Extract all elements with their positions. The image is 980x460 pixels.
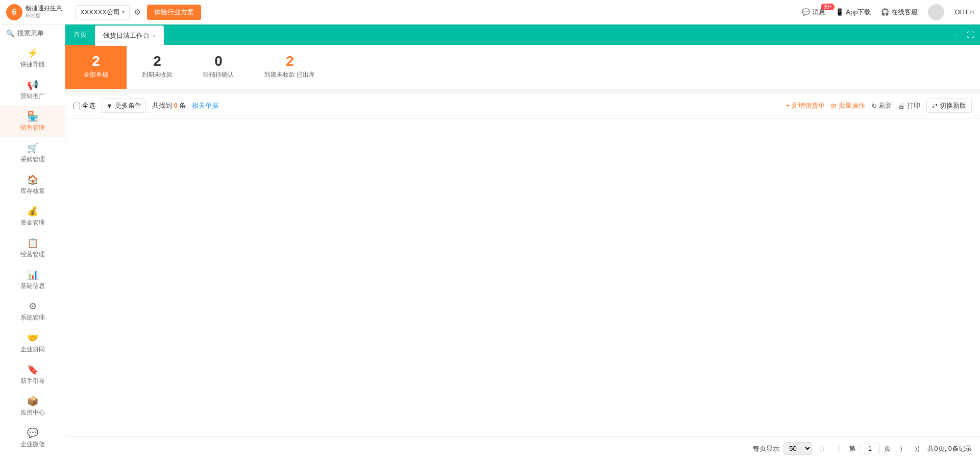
stat-number-all: 2 [92, 53, 100, 69]
tab-home[interactable]: 首页 [65, 25, 95, 45]
sidebar-item-basic-info[interactable]: 📊 基础信息 [0, 264, 65, 296]
sidebar-item-label: 资金管理 [20, 219, 45, 227]
sidebar-item-member[interactable]: V 畅会员 [0, 454, 65, 460]
related-link[interactable]: 相关单据 [192, 101, 218, 110]
batch-icon: ⊞ [831, 102, 837, 110]
page-size-select[interactable]: 50 10 20 100 [783, 442, 812, 455]
stat-card-overdue-shipped[interactable]: 2 到期未收款 已出库 [249, 45, 330, 89]
message-button[interactable]: 💬 消息 99+ [802, 8, 825, 17]
sidebar-item-label: 采购管理 [20, 155, 45, 164]
minimize-icon[interactable]: ─ [951, 29, 961, 41]
switch-label: 切换新版 [940, 101, 966, 110]
page-label: 页 [884, 444, 891, 453]
stat-label-overdue-shipped: 到期未收款 已出库 [264, 70, 315, 79]
toolbar: 全选 ▼ 更多条件 共找到 0 条 相关单据 + 新增销货单 [65, 93, 980, 118]
switch-version-button[interactable]: ⇄ 切换新版 [926, 99, 972, 113]
tab-controls: ─ ⛶ [951, 29, 980, 41]
batch-label: 批量操作 [839, 101, 865, 110]
sidebar-item-inventory[interactable]: 🏠 库存核算 [0, 169, 65, 201]
logo-sub: 标准版 [26, 12, 62, 19]
sidebar-item-label: 库存核算 [20, 187, 45, 196]
search-menu[interactable]: 🔍 搜索菜单 [0, 25, 65, 42]
refresh-label: 刷新 [879, 101, 892, 110]
guide-icon: 🔖 [27, 364, 38, 375]
pagination: 每页显示 50 10 20 100 ⟨⟨ ⟨ 第 页 ⟩ ⟩⟩ 共0页, 0条记… [65, 437, 980, 460]
app-download-button[interactable]: 📱 App下载 [836, 8, 871, 17]
stat-number-pending: 0 [214, 53, 223, 69]
sidebar-item-label: 应用中心 [20, 408, 45, 417]
checkbox-input[interactable] [74, 103, 80, 109]
main-content: 首页 钱货日清工作台 × ─ ⛶ 2 全部单据 2 到期未收款 [65, 25, 980, 460]
sidebar-item-label: 经营管理 [20, 250, 45, 259]
sidebar-item-sys-mgmt[interactable]: ⚙ 系统管理 [0, 296, 65, 327]
first-page-button[interactable]: ⟨⟨ [816, 443, 828, 455]
logo-text: 畅捷通好生意 [26, 5, 62, 13]
sidebar-item-app-center[interactable]: 📦 应用中心 [0, 391, 65, 422]
expand-icon[interactable]: ⛶ [965, 29, 976, 41]
sidebar-item-operations[interactable]: 📋 经营管理 [0, 232, 65, 264]
next-page-button[interactable]: ⟩ [895, 443, 907, 455]
purchase-icon: 🛒 [27, 142, 38, 154]
stat-number-overdue: 2 [153, 53, 161, 69]
add-sales-button[interactable]: + 新增销货单 [786, 101, 825, 110]
stat-card-pending[interactable]: 0 旺铺待确认 [188, 45, 249, 89]
select-all-label: 全选 [82, 101, 95, 110]
close-icon[interactable]: × [153, 33, 156, 39]
sidebar-item-label: 新手引导 [20, 377, 45, 385]
stat-label-overdue: 到期未收款 [142, 70, 173, 79]
stat-card-overdue[interactable]: 2 到期未收款 [127, 45, 188, 89]
avatar[interactable] [928, 4, 944, 20]
stat-card-all[interactable]: 2 全部单据 [65, 45, 127, 89]
found-prefix: 共找到 [152, 102, 172, 109]
page-summary: 共0页, 0条记录 [927, 444, 972, 453]
stat-label-all: 全部单据 [84, 70, 108, 79]
logo: 6 畅捷通好生意 标准版 [6, 4, 71, 20]
username[interactable]: OfTEn [954, 8, 974, 16]
quick-nav-icon: ⚡ [27, 47, 38, 59]
select-all-checkbox[interactable]: 全选 [74, 101, 95, 110]
chevron-down-icon: ▾ [122, 9, 125, 15]
trial-button[interactable]: 体验行业方案 [147, 5, 201, 20]
service-icon: 🎧 [881, 8, 889, 16]
sidebar-item-finance[interactable]: 💰 资金管理 [0, 201, 65, 232]
batch-button[interactable]: ⊞ 批量操作 [831, 101, 865, 110]
message-badge: 99+ [821, 4, 835, 10]
found-suffix: 条 [179, 102, 186, 109]
stats-row: 2 全部单据 2 到期未收款 0 旺铺待确认 2 到期未收款 已出库 [65, 45, 980, 89]
prev-page-button[interactable]: ⟨ [832, 443, 845, 455]
sidebar-item-purchase[interactable]: 🛒 采购管理 [0, 137, 65, 169]
sidebar-item-label: 销售管理 [20, 124, 45, 132]
search-icon: 🔍 [6, 30, 14, 37]
basic-info-icon: 📊 [27, 269, 38, 280]
page-label-prefix: 第 [849, 444, 855, 453]
enterprise-icon: 🤝 [27, 332, 38, 344]
app-header: 6 畅捷通好生意 标准版 XXXXXX公司 ▾ ⚙ 体验行业方案 💬 消息 99… [0, 0, 980, 25]
tab-label: 钱货日清工作台 [103, 31, 150, 40]
refresh-button[interactable]: ↻ 刷新 [871, 101, 892, 110]
sidebar-item-quick-nav[interactable]: ⚡ 快捷导航 [0, 42, 65, 74]
sidebar-item-label: 企业协同 [20, 345, 45, 354]
tab-bar: 首页 钱货日清工作台 × ─ ⛶ [65, 25, 980, 45]
settings-icon[interactable]: ⚙ [134, 7, 141, 17]
sidebar-item-label: 企业微信 [20, 440, 45, 449]
last-page-button[interactable]: ⟩⟩ [911, 443, 923, 455]
filter-button[interactable]: ▼ 更多条件 [102, 99, 146, 113]
sidebar-item-wechat[interactable]: 💬 企业微信 [0, 422, 65, 454]
company-name: XXXXXX公司 [80, 8, 120, 17]
online-service-button[interactable]: 🎧 在线客服 [881, 8, 918, 17]
operations-icon: 📋 [27, 237, 38, 249]
page-input[interactable] [860, 443, 880, 454]
tab-active[interactable]: 钱货日清工作台 × [95, 26, 164, 46]
company-selector[interactable]: XXXXXX公司 ▾ [76, 5, 130, 19]
print-button[interactable]: 🖨 打印 [898, 101, 920, 110]
sidebar-item-sales[interactable]: 🏪 销售管理 [0, 106, 65, 137]
message-icon: 💬 [802, 8, 810, 16]
print-label: 打印 [907, 101, 920, 110]
sidebar-item-guide[interactable]: 🔖 新手引导 [0, 359, 65, 391]
found-text: 共找到 0 条 [152, 101, 186, 110]
toolbar-right: + 新增销货单 ⊞ 批量操作 ↻ 刷新 🖨 打印 ⇄ [786, 99, 972, 113]
sidebar-item-marketing[interactable]: 📢 营销推广 [0, 74, 65, 106]
search-menu-label: 搜索菜单 [17, 29, 44, 38]
sidebar-item-enterprise[interactable]: 🤝 企业协同 [0, 327, 65, 359]
sidebar-item-label: 系统管理 [20, 313, 45, 322]
